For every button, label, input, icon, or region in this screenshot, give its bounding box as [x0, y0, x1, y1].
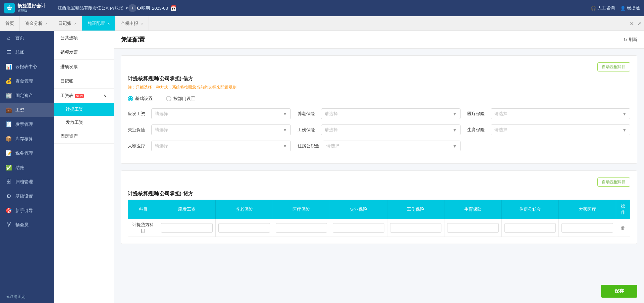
sidebar-item-member[interactable]: V 畅会员 — [0, 218, 54, 232]
auto-match-credit-button[interactable]: 自动匹配科目 — [597, 178, 630, 187]
calendar-icon[interactable]: 📅 — [170, 5, 177, 11]
tab-bar-close-button[interactable]: ✕ — [630, 20, 634, 27]
label-yfgz: 应发工资 — [128, 111, 148, 117]
tab-fund-close[interactable]: × — [45, 21, 47, 26]
auto-match-credit-area: 自动匹配科目 — [128, 178, 630, 187]
cancel-fix-button[interactable]: ◄取消固定 — [0, 291, 54, 303]
consult-button[interactable]: 🎧 人工咨询 — [591, 5, 615, 11]
input-daly[interactable] — [561, 223, 613, 233]
tab-journal-close[interactable]: × — [74, 21, 76, 26]
tab-tax-close[interactable]: × — [141, 21, 143, 26]
sidebar-item-inventory[interactable]: 📦 库存核算 — [0, 132, 54, 146]
app-name: 畅捷通好会计 — [17, 3, 46, 9]
tab-voucher-close[interactable]: × — [108, 21, 110, 26]
tab-bar: 首页 资金分析 × 日记账 × 凭证配置 × 个税申报 × ✕ ⤢ — [0, 16, 644, 31]
add-company-button[interactable]: + — [128, 4, 137, 12]
sub-item-pay-salary[interactable]: 发放工资 — [54, 116, 114, 129]
sub-item-salary-table-label: 工资表NEW — [60, 93, 84, 99]
cell-action[interactable]: 🗑 — [616, 219, 630, 237]
sub-item-journal[interactable]: 日记账 — [54, 74, 114, 89]
tab-journal[interactable]: 日记账 × — [53, 16, 82, 31]
company-selector[interactable]: 江西服宝精品有限责任公司内账张 ▼ — [58, 5, 128, 11]
field-gjj: 住房公积金 请选择 ▼ — [298, 141, 461, 151]
sidebar-item-reports[interactable]: 📊 云报表中心 — [0, 59, 54, 74]
tab-voucher[interactable]: 凭证配置 × — [82, 16, 115, 31]
sidebar: ⌂ 首页 ☰ 总账 📊 云报表中心 💰 资金管理 🏢 固定资产 💼 工资 🧾 发… — [0, 31, 54, 303]
sidebar-item-tax[interactable]: 📝 税务管理 — [0, 146, 54, 160]
period-selector[interactable]: 账期 2023-03 📅 — [141, 5, 177, 11]
tab-home[interactable]: 首页 — [0, 16, 20, 31]
archive-icon: 🗄 — [5, 179, 12, 185]
sidebar-item-archive[interactable]: 🗄 归档管理 — [0, 175, 54, 189]
sub-item-salary-table-group[interactable]: 工资表NEW ∨ — [54, 89, 114, 103]
select-ylbx2-placeholder: 请选择 — [494, 111, 507, 117]
user-menu[interactable]: 👤 畅捷通 — [620, 5, 640, 11]
input-gjj[interactable] — [504, 223, 556, 233]
sidebar-item-fund[interactable]: 💰 资金管理 — [0, 74, 54, 88]
tab-fund[interactable]: 资金分析 × — [20, 16, 53, 31]
select-ylbx[interactable]: 请选择 ▼ — [321, 108, 461, 119]
sidebar-item-checkout[interactable]: ✅ 结账 — [0, 160, 54, 175]
tab-bar-expand-button[interactable]: ⤢ — [637, 21, 641, 26]
radio-basic[interactable]: 基础设置 — [128, 96, 153, 102]
select-daly[interactable]: 请选择 ▼ — [151, 141, 291, 151]
input-ylbx[interactable] — [218, 223, 270, 233]
delete-row-icon[interactable]: 🗑 — [621, 225, 625, 231]
refresh-button[interactable]: ↻ 刷新 — [624, 37, 637, 43]
checkout-icon: ✅ — [5, 164, 12, 171]
sidebar-label-archive: 归档管理 — [15, 179, 33, 185]
input-sybx2[interactable] — [447, 223, 499, 233]
sidebar-label-reports: 云报表中心 — [15, 64, 37, 70]
app-sub: 旗舰版 — [17, 8, 46, 13]
sub-item-sales-invoice[interactable]: 销项发票 — [54, 45, 114, 60]
sub-item-public[interactable]: 公共选项 — [54, 31, 114, 45]
save-button[interactable]: 保存 — [601, 285, 637, 298]
debit-section-note: 注：只能选择一种方式，系统将按照您当前的选择来配置规则 — [128, 85, 630, 90]
col-yfgz: 应发工资 — [158, 200, 216, 219]
select-sybx[interactable]: 请选择 ▼ — [151, 124, 291, 135]
settings-icon[interactable]: ⚙ — [137, 5, 141, 11]
sidebar-item-settings[interactable]: ⚙ 基础设置 — [0, 189, 54, 203]
select-sybx2-placeholder: 请选择 — [494, 127, 507, 133]
select-ylbx2[interactable]: 请选择 ▼ — [491, 108, 630, 119]
chevron-sybx2-icon: ▼ — [622, 128, 627, 133]
select-gjj[interactable]: 请选择 ▼ — [323, 141, 461, 151]
sidebar-label-checkout: 结账 — [15, 165, 24, 171]
sidebar-label-guide: 新手引导 — [15, 208, 33, 214]
salary-icon: 💼 — [5, 107, 12, 113]
radio-dept[interactable]: 按部门设置 — [166, 96, 195, 102]
cell-gsbx — [387, 219, 444, 237]
tab-tax[interactable]: 个税申报 × — [115, 16, 149, 31]
radio-dept-circle — [166, 96, 171, 101]
headset-icon: 🎧 — [591, 6, 596, 11]
cell-gjj — [501, 219, 559, 237]
debit-section-title: 计提核算规则(公司承担)-借方 — [128, 75, 630, 82]
select-gsbx[interactable]: 请选择 ▼ — [321, 124, 461, 135]
sidebar-item-home[interactable]: ⌂ 首页 — [0, 31, 54, 45]
field-ylbx2: 医疗保险 请选择 ▼ — [467, 108, 630, 119]
select-sybx2[interactable]: 请选择 ▼ — [491, 124, 630, 135]
sidebar-item-salary[interactable]: 💼 工资 — [0, 103, 54, 117]
sub-item-advance-salary[interactable]: 计提工资 — [54, 103, 114, 116]
page-content: 凭证配置 ↻ 刷新 自动匹配科目 计提核算规则(公司承担)-借方 注：只能选择一… — [114, 31, 644, 303]
sidebar-item-ledger[interactable]: ☰ 总账 — [0, 45, 54, 59]
sidebar-item-invoice[interactable]: 🧾 发票管理 — [0, 117, 54, 132]
auto-match-debit-button[interactable]: 自动匹配科目 — [597, 62, 630, 71]
input-gsbx[interactable] — [390, 223, 442, 233]
invoice-icon: 🧾 — [5, 121, 12, 128]
member-icon: V — [5, 222, 12, 228]
top-bar: 会 畅捷通好会计 旗舰版 江西服宝精品有限责任公司内账张 ▼ + ⚙ 账期 20… — [0, 0, 644, 16]
input-ylbx2[interactable] — [276, 223, 327, 233]
reports-icon: 📊 — [5, 63, 12, 70]
sub-sidebar: 公共选项 销项发票 进项发票 日记账 工资表NEW ∨ 计提工资 发放工资 — [54, 31, 114, 303]
input-sybx[interactable] — [333, 223, 384, 233]
sidebar-label-member: 畅会员 — [15, 222, 29, 228]
sidebar-item-guide[interactable]: 🎯 新手引导 — [0, 203, 54, 218]
tax-icon: 📝 — [5, 150, 12, 156]
input-yfgz[interactable] — [161, 223, 213, 233]
sub-item-fixed-assets[interactable]: 固定资产 — [54, 129, 114, 144]
sub-item-purchase-invoice[interactable]: 进项发票 — [54, 60, 114, 74]
select-yfgz[interactable]: 请选择 ▼ — [151, 108, 291, 119]
sidebar-item-fixed-assets[interactable]: 🏢 固定资产 — [0, 88, 54, 103]
select-gjj-placeholder: 请选择 — [326, 143, 339, 149]
